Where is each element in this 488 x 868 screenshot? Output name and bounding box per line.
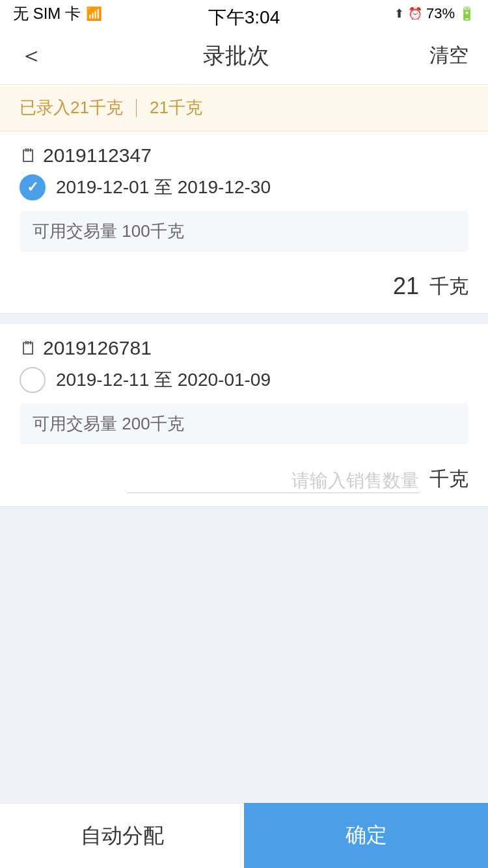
battery-icon: 🔋 bbox=[459, 6, 475, 21]
qty-value-1: 21 bbox=[393, 273, 419, 300]
batch-id-2: 2019126781 bbox=[43, 337, 152, 359]
summary-label: 已录入21千克 bbox=[20, 96, 123, 119]
summary-value: 21千克 bbox=[150, 96, 202, 119]
carrier-text: 无 SIM 卡 bbox=[13, 3, 81, 24]
status-bar: 无 SIM 卡 📶 下午3:04 ⬆ ⏰ 73% 🔋 bbox=[0, 0, 488, 27]
avail-row-2: 可用交易量 200千克 bbox=[20, 403, 468, 444]
batch-date-row-2: 2019-12-11 至 2020-01-09 bbox=[20, 367, 468, 393]
batch-date-2: 2019-12-11 至 2020-01-09 bbox=[56, 368, 271, 392]
batch-card-2: 🗒 2019126781 2019-12-11 至 2020-01-09 可用交… bbox=[0, 324, 488, 507]
summary-banner: 已录入21千克 21千克 bbox=[0, 85, 488, 131]
battery-text: 73% bbox=[426, 5, 455, 22]
qty-unit-1: 千克 bbox=[429, 273, 468, 300]
batch-checkbox-2[interactable] bbox=[20, 367, 46, 393]
qty-row-1: 21 千克 bbox=[0, 262, 488, 314]
status-right: ⬆ ⏰ 73% 🔋 bbox=[394, 5, 475, 22]
batch-id-1: 2019112347 bbox=[43, 144, 152, 167]
location-icon: ⬆ bbox=[394, 7, 404, 21]
avail-row-1: 可用交易量 100千克 bbox=[20, 211, 468, 252]
empty-area bbox=[0, 507, 488, 832]
batch-checkbox-1[interactable] bbox=[20, 174, 46, 200]
batch-date-row-1: 2019-12-01 至 2019-12-30 bbox=[20, 174, 468, 200]
summary-divider bbox=[136, 99, 137, 117]
qty-unit-2: 千克 bbox=[429, 466, 468, 493]
footer: 自动分配 确定 bbox=[0, 803, 488, 868]
clock-icon: ⏰ bbox=[408, 7, 422, 21]
page-title: 录批次 bbox=[203, 41, 269, 71]
clear-button[interactable]: 清空 bbox=[429, 42, 468, 69]
auto-distribute-button[interactable]: 自动分配 bbox=[0, 803, 244, 868]
back-button[interactable]: ＜ bbox=[20, 40, 43, 72]
batch-id-row-2: 🗒 2019126781 bbox=[20, 337, 468, 359]
nav-bar: ＜ 录批次 清空 bbox=[0, 27, 488, 85]
status-time: 下午3:04 bbox=[208, 5, 280, 30]
batch-id-row-1: 🗒 2019112347 bbox=[20, 144, 468, 167]
avail-text-2: 可用交易量 200千克 bbox=[33, 414, 184, 433]
batch-doc-icon-1: 🗒 bbox=[20, 145, 38, 167]
batch-card-1: 🗒 2019112347 2019-12-01 至 2019-12-30 可用交… bbox=[0, 131, 488, 314]
status-left: 无 SIM 卡 📶 bbox=[13, 3, 102, 24]
batch-date-1: 2019-12-01 至 2019-12-30 bbox=[56, 175, 271, 200]
batch-doc-icon-2: 🗒 bbox=[20, 338, 38, 359]
avail-text-1: 可用交易量 100千克 bbox=[33, 221, 184, 241]
card-divider bbox=[0, 314, 488, 324]
wifi-icon: 📶 bbox=[86, 6, 102, 21]
confirm-button[interactable]: 确定 bbox=[244, 803, 488, 868]
qty-row-2: 千克 bbox=[0, 455, 488, 507]
qty-input-2[interactable] bbox=[127, 465, 419, 493]
